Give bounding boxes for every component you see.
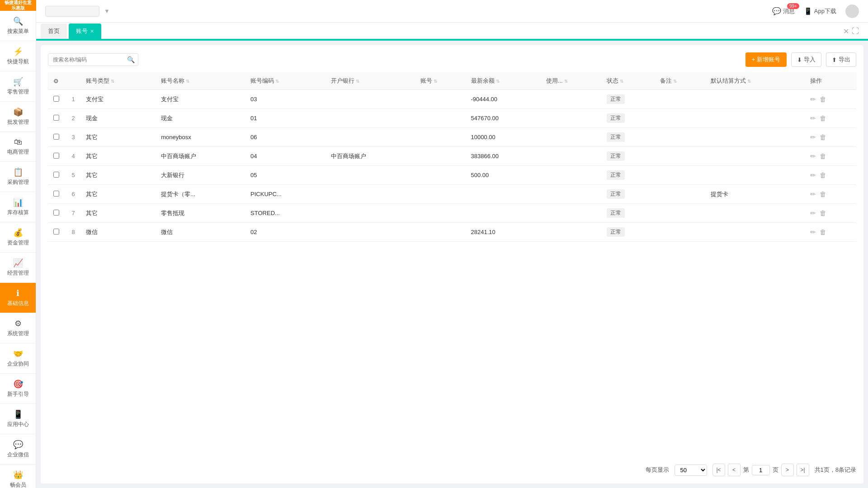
sidebar-item-ecommerce[interactable]: 🛍 电商管理	[0, 132, 36, 162]
edit-icon[interactable]: ✏	[810, 228, 816, 236]
col-name[interactable]: 账号名称⇅	[157, 72, 247, 90]
delete-icon[interactable]: 🗑	[820, 133, 826, 141]
row-select-checkbox[interactable]	[53, 134, 59, 140]
row-usage	[542, 166, 603, 185]
delete-icon[interactable]: 🗑	[820, 209, 826, 217]
import-button[interactable]: ⬇ 导入	[791, 52, 821, 67]
row-account	[417, 223, 467, 242]
row-select-checkbox[interactable]	[53, 210, 59, 216]
last-page-btn[interactable]: >|	[797, 464, 809, 476]
col-bank[interactable]: 开户银行⇅	[327, 72, 417, 90]
sidebar-item-wechat[interactable]: 💬 企业微信	[0, 434, 36, 465]
edit-icon[interactable]: ✏	[810, 114, 816, 122]
sidebar-item-label: 经营管理	[7, 269, 29, 277]
row-checkbox[interactable]	[48, 109, 64, 128]
row-select-checkbox[interactable]	[53, 172, 59, 178]
sidebar-item-business[interactable]: 📈 经营管理	[0, 253, 36, 283]
col-status[interactable]: 状态⇅	[603, 72, 656, 90]
page-size-select[interactable]: 50 100 200	[675, 465, 707, 476]
ecommerce-icon: 🛍	[14, 137, 22, 147]
topbar-dropdown-icon[interactable]: ▼	[104, 8, 110, 14]
row-checkbox[interactable]	[48, 223, 64, 242]
prev-page-btn[interactable]: <	[728, 464, 741, 476]
add-account-button[interactable]: + 新增账号	[745, 52, 787, 67]
row-checkbox[interactable]	[48, 204, 64, 223]
row-select-checkbox[interactable]	[53, 96, 59, 102]
fund-icon: 💰	[13, 228, 23, 238]
row-num: 7	[64, 204, 82, 223]
row-select-checkbox[interactable]	[53, 229, 59, 235]
next-page-btn[interactable]: >	[781, 464, 794, 476]
search-icon-btn[interactable]: 🔍	[127, 56, 135, 63]
topbar-app-download[interactable]: 📱 App下载	[804, 7, 836, 15]
col-balance[interactable]: 最新余额⇅	[467, 72, 542, 90]
row-account	[417, 204, 467, 223]
row-checkbox[interactable]	[48, 147, 64, 166]
status-badge: 正常	[607, 227, 625, 237]
sidebar-item-quick-nav[interactable]: ⚡ 快捷导航	[0, 41, 36, 71]
row-checkbox[interactable]	[48, 90, 64, 109]
sidebar-item-label: 电商管理	[7, 148, 29, 156]
row-select-checkbox[interactable]	[53, 153, 59, 159]
row-name: moneybosx	[157, 128, 247, 147]
sidebar-item-purchase[interactable]: 📋 采购管理	[0, 162, 36, 192]
sidebar-item-search-menu[interactable]: 🔍 搜索菜单	[0, 11, 36, 41]
row-checkbox[interactable]	[48, 128, 64, 147]
account-search-input[interactable]	[48, 53, 138, 66]
edit-icon[interactable]: ✏	[810, 152, 816, 160]
col-code[interactable]: 账号编码⇅	[247, 72, 327, 90]
inventory-icon: 📊	[13, 197, 23, 207]
sidebar-item-inventory[interactable]: 📊 库存核算	[0, 192, 36, 222]
tab-home[interactable]: 首页	[41, 23, 67, 39]
window-maximize-btn[interactable]: ⛶	[852, 27, 859, 35]
page-number-input[interactable]	[752, 465, 770, 475]
first-page-btn[interactable]: |<	[712, 464, 725, 476]
delete-icon[interactable]: 🗑	[820, 171, 826, 179]
delete-icon[interactable]: 🗑	[820, 228, 826, 236]
topbar-msg[interactable]: 💬 消息 99+	[772, 7, 795, 15]
export-button[interactable]: ⬆ 导出	[826, 52, 856, 67]
user-avatar[interactable]	[845, 5, 859, 18]
col-type[interactable]: 账号类型⇅	[82, 72, 157, 90]
topbar-search-input[interactable]	[45, 6, 99, 17]
sidebar-item-enterprise[interactable]: 🤝 企业协同	[0, 343, 36, 374]
row-name: 微信	[157, 223, 247, 242]
edit-icon[interactable]: ✏	[810, 209, 816, 217]
sidebar-item-system[interactable]: ⚙ 系统管理	[0, 313, 36, 343]
col-settings[interactable]: ⚙	[48, 72, 64, 90]
col-usage[interactable]: 使用...⇅	[542, 72, 603, 90]
col-remark[interactable]: 备注⇅	[656, 72, 707, 90]
sidebar-item-app-center[interactable]: 📱 应用中心	[0, 404, 36, 434]
row-select-checkbox[interactable]	[53, 191, 59, 197]
row-code: 04	[247, 147, 327, 166]
window-close-btn[interactable]: ✕	[843, 27, 849, 36]
delete-icon[interactable]: 🗑	[820, 95, 826, 103]
row-select-checkbox[interactable]	[53, 115, 59, 121]
edit-icon[interactable]: ✏	[810, 171, 816, 179]
sidebar-item-fund[interactable]: 💰 资金管理	[0, 222, 36, 253]
row-name: 现金	[157, 109, 247, 128]
delete-icon[interactable]: 🗑	[820, 152, 826, 160]
system-icon: ⚙	[14, 319, 22, 328]
row-balance: 28241.10	[467, 223, 542, 242]
sidebar-item-wholesale[interactable]: 📦 批发管理	[0, 102, 36, 132]
delete-icon[interactable]: 🗑	[820, 190, 826, 198]
edit-icon[interactable]: ✏	[810, 95, 816, 103]
edit-icon[interactable]: ✏	[810, 190, 816, 198]
row-account	[417, 109, 467, 128]
sidebar-item-vip[interactable]: 👑 畅会员	[0, 465, 36, 488]
row-balance: 10000.00	[467, 128, 542, 147]
tab-account-close[interactable]: ✕	[90, 28, 94, 34]
row-checkbox[interactable]	[48, 166, 64, 185]
guide-icon: 🎯	[13, 379, 23, 389]
col-account[interactable]: 账号⇅	[417, 72, 467, 90]
delete-icon[interactable]: 🗑	[820, 114, 826, 122]
tab-account[interactable]: 账号 ✕	[69, 23, 101, 39]
sidebar-item-basic-info[interactable]: ℹ 基础信息	[0, 283, 36, 313]
edit-icon[interactable]: ✏	[810, 133, 816, 141]
col-default-payment[interactable]: 默认结算方式⇅	[707, 72, 807, 90]
row-code: 01	[247, 109, 327, 128]
sidebar-item-retail[interactable]: 🛒 零售管理	[0, 71, 36, 102]
row-checkbox[interactable]	[48, 185, 64, 204]
sidebar-item-guide[interactable]: 🎯 新手引导	[0, 374, 36, 404]
